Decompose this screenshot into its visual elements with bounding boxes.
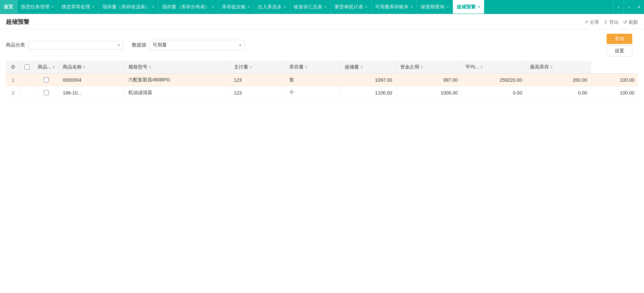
category-filter: 商品分类 ▾ (6, 41, 123, 49)
datasource-value: 可用量 (153, 42, 167, 48)
th-product-name[interactable]: 商品名称 ⇕ (59, 61, 125, 74)
nav-next-button[interactable]: › (623, 0, 634, 14)
close-icon[interactable]: × (446, 4, 449, 10)
th-stock[interactable]: 库存量 ⇕ (285, 61, 341, 74)
refresh-icon: ↺ (623, 19, 627, 25)
th-overstock[interactable]: 超储量 ⇕ (341, 61, 396, 74)
page-header: 超储预警 ↗ 分享 ⇩ 导出 ↺ 刷新 (0, 14, 644, 29)
share-button[interactable]: ↗ 分享 (584, 19, 599, 26)
export-icon: ⇩ (604, 19, 608, 25)
close-icon[interactable]: × (51, 4, 54, 10)
close-icon[interactable]: × (324, 4, 327, 10)
cell-product-name: 六配套新昌490BPG (125, 74, 230, 86)
nav-prev-button[interactable]: ‹ (613, 0, 623, 14)
nav-item-summary[interactable]: 收发存汇总表 × (290, 0, 331, 14)
chevron-down-icon: ▾ (118, 43, 120, 48)
th-checkbox[interactable] (21, 61, 34, 74)
cell-avg: 0.00 (526, 86, 591, 99)
sort-icon: ⇕ (480, 65, 483, 69)
header-actions: ↗ 分享 ⇩ 导出 ↺ 刷新 (584, 19, 638, 26)
row-checkbox[interactable] (44, 90, 49, 95)
nav-item-stock-status[interactable]: 现存量（库存状况表） × (99, 0, 158, 14)
query-button[interactable]: 查询 (607, 34, 632, 44)
th-max-stock[interactable]: 最高库存 ⇕ (526, 61, 591, 74)
nav-item-expiry[interactable]: 保质期查询 × (417, 0, 453, 14)
sort-icon: ⇕ (52, 65, 55, 69)
data-table: ⚙ 商品... ⇕ 商品 (6, 61, 638, 99)
cell-row-index: 2 (6, 86, 21, 99)
table-header-row: ⚙ 商品... ⇕ 商品 (6, 61, 638, 74)
nav-item-available[interactable]: 可用量库存账本 × (372, 0, 417, 14)
cell-unit: 个 (285, 86, 341, 99)
sort-icon: ⇕ (149, 65, 151, 69)
cell-max-stock: 100.00 (591, 74, 638, 86)
select-all-checkbox[interactable] (25, 64, 30, 70)
th-product-code[interactable]: 商品... ⇕ (34, 61, 59, 74)
cell-stock: 1097.00 (341, 74, 396, 86)
cell-unit: 套 (285, 74, 341, 86)
th-unit[interactable]: 主计量 ⇕ (230, 61, 285, 74)
cell-max-stock: 100.00 (591, 86, 638, 99)
th-avg[interactable]: 平均... ⇕ (462, 61, 526, 74)
settings-button[interactable]: 设置 (607, 45, 632, 56)
cell-stock: 1106.00 (341, 86, 396, 99)
nav-arrows: ‹ › × (613, 0, 644, 14)
th-settings[interactable]: ⚙ (6, 61, 21, 74)
category-label: 商品分类 (6, 42, 25, 48)
sort-icon: ⇕ (420, 65, 423, 69)
refresh-button[interactable]: ↺ 刷新 (623, 19, 638, 26)
cell-capital: 0.00 (462, 86, 526, 99)
table-wrapper: ⚙ 商品... ⇕ 商品 (0, 61, 644, 99)
top-navigation: 首页 拣货任务管理 × 拣货异常处理 × 现存量（库存状况表） × 现存量（库存… (0, 0, 644, 14)
sort-icon: ⇕ (360, 65, 363, 69)
row-settings-cell (21, 86, 34, 99)
close-icon[interactable]: × (283, 4, 286, 10)
action-buttons: 查询 设置 (607, 34, 632, 56)
sort-icon: ⇕ (550, 65, 553, 69)
th-capital[interactable]: 资金占用 ⇕ (396, 61, 462, 74)
row-settings-cell (21, 74, 34, 86)
table-row: 1 0000004 六配套新昌490BPG 123 套 1097.00 997.… (6, 74, 638, 86)
row-checkbox-cell[interactable] (34, 86, 59, 99)
datasource-filter: 数据源 可用量 ▾ (132, 40, 245, 50)
sort-icon: ⇕ (83, 65, 86, 69)
category-select[interactable]: ▾ (28, 41, 123, 49)
chevron-down-icon: ▾ (239, 43, 241, 48)
table-body: 1 0000004 六配套新昌490BPG 123 套 1097.00 997.… (6, 74, 638, 99)
close-icon[interactable]: × (477, 4, 480, 10)
nav-item-batch[interactable]: 库存批次账 × (218, 0, 254, 14)
nav-item-flow[interactable]: 出入库流水 × (254, 0, 290, 14)
cell-product-name: 机油滤清器 (125, 86, 230, 99)
datasource-label: 数据源 (132, 42, 146, 48)
th-spec[interactable]: 规格型号 ⇕ (125, 61, 230, 74)
nav-item-overstock[interactable]: 超储预警 × (453, 0, 484, 14)
datasource-select[interactable]: 可用量 ▾ (149, 40, 245, 50)
cell-product-code: 0000004 (59, 74, 125, 86)
row-checkbox-cell[interactable] (34, 74, 59, 86)
close-icon[interactable]: × (410, 4, 413, 10)
nav-more-button[interactable]: × (634, 0, 644, 14)
export-button[interactable]: ⇩ 导出 (604, 19, 619, 26)
cell-capital: 259220.00 (462, 74, 526, 86)
sort-icon: ⇕ (305, 65, 308, 69)
filter-row: 商品分类 ▾ 数据源 可用量 ▾ 查询 设置 (0, 29, 644, 61)
close-icon[interactable]: × (152, 4, 154, 10)
cell-overstock: 1006.00 (396, 86, 462, 99)
sort-icon: ⇕ (249, 65, 252, 69)
close-icon[interactable]: × (248, 4, 250, 10)
cell-spec: 123 (230, 74, 285, 86)
cell-avg: 260.00 (526, 74, 591, 86)
nav-item-exception[interactable]: 拣货异常处理 × (58, 0, 99, 14)
close-icon[interactable]: × (92, 4, 95, 10)
gear-icon[interactable]: ⚙ (11, 64, 15, 70)
cell-row-index: 1 (6, 74, 21, 86)
close-icon[interactable]: × (365, 4, 367, 10)
row-checkbox[interactable] (44, 77, 49, 82)
table-row: 2 186-10... 机油滤清器 123 个 1106.00 1006.00 … (6, 86, 638, 99)
nav-item-task[interactable]: 拣货任务管理 × (17, 0, 58, 14)
nav-item-home[interactable]: 首页 (0, 0, 17, 14)
nav-item-stock-dist[interactable]: 现存量（库存分布表） × (158, 0, 218, 14)
nav-item-requisition[interactable]: 要货单统计表 × (331, 0, 372, 14)
cell-product-code: 186-10... (59, 86, 125, 99)
close-icon[interactable]: × (212, 4, 214, 10)
